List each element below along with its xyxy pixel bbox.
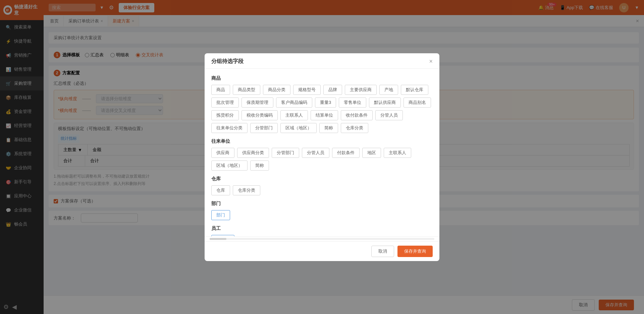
tag-main-contact-partner[interactable]: 主联系人 (384, 148, 411, 158)
tag-product-type[interactable]: 商品类型 (233, 85, 260, 95)
tag-shelf-life[interactable]: 保质期管理 (241, 98, 273, 108)
section-label-dept: 部门 (211, 201, 433, 207)
h-scroll-thumb (210, 238, 226, 240)
modal-footer: 取消 保存并查询 (205, 241, 439, 261)
tag-short-name-partner[interactable]: 简称 (250, 161, 269, 171)
tag-spec-model[interactable]: 规格型号 (293, 85, 321, 95)
tag-settlement-unit[interactable]: 结算单位 (311, 110, 338, 120)
field-selection-modal: 分组待选字段 × 商品 商品 商品类型 商品分类 规格型号 品牌 主要供应商 产… (205, 53, 439, 261)
tag-warehouse-category-product[interactable]: 仓库分类 (341, 123, 368, 133)
tag-product-alias[interactable]: 商品别名 (404, 98, 431, 108)
tag-default-supplier[interactable]: 默认供应商 (369, 98, 401, 108)
tag-product-category[interactable]: 商品分类 (263, 85, 290, 95)
modal-close-button[interactable]: × (429, 58, 433, 65)
tag-payment-terms[interactable]: 收付款条件 (341, 110, 373, 120)
tag-main-contact[interactable]: 主联系人 (280, 110, 308, 120)
tag-salesperson[interactable]: 业务员 (211, 235, 234, 236)
tag-product[interactable]: 商品 (211, 85, 230, 95)
tag-main-supplier[interactable]: 主要供应商 (345, 85, 377, 95)
tag-brand[interactable]: 品牌 (323, 85, 342, 95)
modal-body: 商品 商品 商品类型 商品分类 规格型号 品牌 主要供应商 产地 默认仓库 批次… (205, 69, 439, 236)
tag-area[interactable]: 地区 (362, 148, 381, 158)
tag-supervisor-partner[interactable]: 分管人员 (302, 148, 329, 158)
tag-payment-cond[interactable]: 付款条件 (332, 148, 360, 158)
modal-title: 分组待选字段 (211, 58, 244, 65)
section-label-warehouse: 仓库 (211, 176, 433, 182)
modal-header: 分组待选字段 × (205, 53, 439, 69)
warehouse-tags: 仓库 仓库分类 (211, 185, 433, 195)
tag-region-product[interactable]: 区域（地区） (280, 123, 317, 133)
section-label-product: 商品 (211, 75, 433, 81)
section-label-partner: 往来单位 (211, 138, 433, 144)
tag-supervisor[interactable]: 分管人员 (375, 110, 403, 120)
product-tags: 商品 商品类型 商品分类 规格型号 品牌 主要供应商 产地 默认仓库 批次管理 … (211, 85, 433, 133)
tag-customer-code[interactable]: 客户商品编码 (276, 98, 312, 108)
tag-supplier[interactable]: 供应商 (211, 148, 234, 158)
tag-batch-mgmt[interactable]: 批次管理 (211, 98, 239, 108)
employee-tags: 业务员 (211, 235, 433, 236)
tag-dept-partner[interactable]: 分管部门 (272, 148, 299, 158)
tag-weight3[interactable]: 重量3 (315, 98, 336, 108)
section-label-employee: 员工 (211, 226, 433, 232)
tag-partner-category[interactable]: 往来单位分类 (211, 123, 248, 133)
modal-cancel-button[interactable]: 取消 (371, 246, 394, 257)
tag-short-name-product[interactable]: 简称 (319, 123, 338, 133)
tag-pick-points[interactable]: 拣货积分 (211, 110, 239, 120)
modal-save-button[interactable]: 保存并查询 (397, 246, 433, 257)
tag-origin[interactable]: 产地 (379, 85, 398, 95)
h-scroll-track[interactable] (210, 238, 434, 240)
tag-warehouse[interactable]: 仓库 (211, 185, 230, 195)
tag-warehouse-category[interactable]: 仓库分类 (233, 185, 260, 195)
tag-dept[interactable]: 部门 (211, 210, 230, 220)
tag-default-warehouse[interactable]: 默认仓库 (401, 85, 428, 95)
tag-region-partner[interactable]: 区域（地区） (211, 161, 248, 171)
dept-tags: 部门 (211, 210, 433, 220)
tag-retail-unit[interactable]: 零售单位 (339, 98, 366, 108)
tag-supplier-category[interactable]: 供应商分类 (237, 148, 269, 158)
modal-horizontal-scroll (205, 236, 439, 241)
tag-dept-managed[interactable]: 分管部门 (250, 123, 278, 133)
partner-tags: 供应商 供应商分类 分管部门 分管人员 付款条件 地区 主联系人 区域（地区） … (211, 148, 433, 171)
tag-tax-code[interactable]: 税收分类编码 (241, 110, 278, 120)
